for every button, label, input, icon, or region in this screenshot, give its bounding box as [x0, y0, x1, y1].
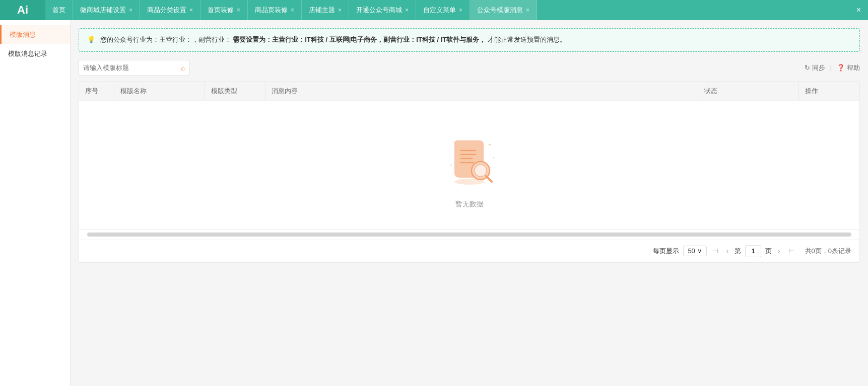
- refresh-icon: ↻: [805, 64, 810, 71]
- close-tab-category[interactable]: ×: [189, 7, 193, 14]
- close-all-tabs[interactable]: ×: [849, 6, 868, 15]
- layout: 模版消息 模版消息记录 💡 您的公众号行业为：主营行业：，副营行业： 需要设置为…: [0, 20, 868, 386]
- data-table: 序号 模版名称 模版类型 消息内容 状态 操作: [79, 81, 860, 263]
- notice-box: 💡 您的公众号行业为：主营行业：，副营行业： 需要设置为：主营行业：IT科技 /…: [79, 28, 860, 52]
- per-page-select[interactable]: 50 ∨: [683, 246, 706, 256]
- nav-tab-open-mall[interactable]: 开通公众号商城 ×: [349, 0, 416, 20]
- page-label-before: 第: [735, 247, 741, 256]
- sidebar-item-template-msg-log[interactable]: 模版消息记录: [0, 44, 70, 63]
- col-header-action: 操作: [799, 82, 859, 101]
- col-header-content: 消息内容: [265, 82, 698, 101]
- notice-icon: 💡: [87, 36, 95, 43]
- close-tab-custom-menu[interactable]: ×: [459, 7, 462, 14]
- close-tab-theme[interactable]: ×: [338, 7, 342, 14]
- search-input[interactable]: [83, 64, 181, 71]
- search-icon[interactable]: ⌕: [181, 64, 185, 72]
- help-button[interactable]: ❓ 帮助: [837, 63, 860, 72]
- empty-text: 暂无数据: [455, 200, 484, 209]
- close-tab-product-decor[interactable]: ×: [291, 7, 294, 14]
- col-header-type: 模版类型: [205, 82, 265, 101]
- svg-line-7: [486, 176, 492, 182]
- empty-illustration: ✦ ✦ ✦: [439, 131, 500, 192]
- close-tab-open-mall[interactable]: ×: [405, 7, 409, 14]
- brand-logo: Ai: [0, 0, 45, 20]
- page-number-input[interactable]: [745, 245, 761, 257]
- nav-tab-theme[interactable]: 店铺主题 ×: [302, 0, 349, 20]
- nav-tab-product-decor[interactable]: 商品页装修 ×: [248, 0, 302, 20]
- sidebar: 模版消息 模版消息记录: [0, 20, 71, 386]
- last-page-button[interactable]: ⊢: [786, 246, 796, 256]
- per-page-label: 每页显示: [653, 247, 679, 256]
- empty-state: ✦ ✦ ✦ 暂无数据: [79, 101, 859, 229]
- per-page-value: 50: [688, 247, 695, 255]
- close-tab-store-settings[interactable]: ×: [129, 7, 132, 14]
- nav-tab-home[interactable]: 首页: [45, 0, 73, 20]
- first-page-button[interactable]: ⊣: [711, 246, 720, 256]
- search-input-wrap: ⌕: [79, 60, 189, 76]
- sidebar-item-template-msg[interactable]: 模版消息: [0, 25, 70, 44]
- svg-point-6: [475, 165, 487, 177]
- nav-tab-template-msg[interactable]: 公众号模版消息 ×: [470, 0, 537, 20]
- search-bar: ⌕ ↻ 同步 | ❓ 帮助: [79, 60, 860, 76]
- nav-tab-category[interactable]: 商品分类设置 ×: [140, 0, 201, 20]
- col-header-index: 序号: [79, 82, 114, 101]
- page-label-after: 页: [765, 247, 772, 256]
- horizontal-scrollbar[interactable]: [87, 233, 851, 237]
- col-header-name: 模版名称: [114, 82, 205, 101]
- pagination: 每页显示 50 ∨ ⊣ ‹ 第 页 › ⊢ 共0页，0条记录: [79, 240, 859, 262]
- help-icon: ❓: [837, 64, 845, 71]
- toolbar-right: ↻ 同步 | ❓ 帮助: [805, 63, 860, 72]
- nav-tab-store-settings[interactable]: 微商城店铺设置 ×: [73, 0, 140, 20]
- svg-text:✦: ✦: [449, 163, 453, 168]
- svg-text:✦: ✦: [492, 156, 495, 160]
- total-info: 共0页，0条记录: [805, 247, 851, 256]
- close-tab-homepage-decor[interactable]: ×: [237, 7, 240, 14]
- nav-tab-homepage-decor[interactable]: 首页装修 ×: [201, 0, 248, 20]
- close-tab-template-msg[interactable]: ×: [526, 7, 529, 14]
- table-header: 序号 模版名称 模版类型 消息内容 状态 操作: [79, 82, 859, 101]
- sync-button[interactable]: ↻ 同步: [805, 63, 825, 72]
- col-header-status: 状态: [698, 82, 799, 101]
- svg-text:✦: ✦: [488, 142, 492, 147]
- toolbar-divider: |: [830, 64, 832, 71]
- horizontal-scrollbar-wrap: [79, 229, 859, 240]
- per-page-chevron-icon: ∨: [697, 247, 702, 255]
- prev-page-button[interactable]: ‹: [724, 246, 730, 256]
- top-nav: Ai 首页 微商城店铺设置 × 商品分类设置 × 首页装修 × 商品页装修 × …: [0, 0, 868, 20]
- main-content: 💡 您的公众号行业为：主营行业：，副营行业： 需要设置为：主营行业：IT科技 /…: [71, 20, 868, 386]
- next-page-button[interactable]: ›: [776, 246, 782, 256]
- nav-tab-custom-menu[interactable]: 自定义菜单 ×: [416, 0, 470, 20]
